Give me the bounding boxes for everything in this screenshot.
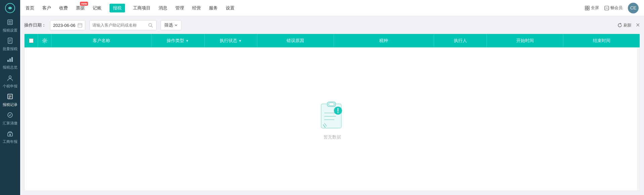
nav-management[interactable]: 管理 (175, 4, 184, 12)
svg-rect-27 (78, 24, 82, 27)
tax-records-icon (7, 93, 13, 102)
op-type-sort-icon: ▼ (185, 39, 189, 43)
sidebar-item-label: 个税申报 (3, 84, 17, 88)
nav-bookkeeping[interactable]: 记账 (93, 4, 101, 12)
th-exec-status[interactable]: 执行状态 ▼ (205, 34, 258, 47)
chevron-down-icon (174, 24, 178, 27)
fullscreen-icon (585, 6, 590, 10)
svg-rect-14 (8, 94, 12, 99)
svg-line-32 (151, 26, 153, 28)
th-checkbox[interactable] (25, 34, 38, 47)
th-gear[interactable] (38, 34, 51, 47)
gear-icon (42, 38, 47, 43)
user-avatar[interactable]: CE (628, 3, 639, 13)
empty-illustration: 暂无数据 (317, 98, 347, 140)
sidebar-item-label: 工商年报 (3, 140, 17, 144)
th-tax-type: 税种 (334, 34, 434, 47)
svg-rect-1 (8, 20, 12, 25)
svg-rect-4 (9, 23, 10, 24)
th-error-reason: 错误原因 (257, 34, 334, 47)
member-btn[interactable]: 畅会员 (604, 5, 622, 11)
th-op-type[interactable]: 操作类型 ▼ (152, 34, 205, 47)
sidebar-item-tax-settings[interactable]: 报税设置 (0, 16, 20, 35)
nav-settings[interactable]: 设置 (226, 4, 234, 12)
tax-overview-icon (7, 56, 13, 64)
svg-rect-23 (585, 8, 587, 10)
scrollbar-track[interactable] (637, 47, 640, 191)
date-picker[interactable]: 2023-06-06 (50, 20, 85, 30)
calendar-icon (78, 23, 82, 28)
fullscreen-btn[interactable]: 全屏 (585, 5, 599, 11)
svg-rect-36 (329, 103, 334, 106)
clipboard-illustration (317, 98, 347, 131)
th-end-time: 结束时间 (563, 34, 640, 47)
nav-home[interactable]: 首页 (26, 4, 34, 12)
settlement-icon (7, 112, 13, 120)
sidebar-item-individual-tax[interactable]: 个税申报 (0, 72, 20, 90)
nav-operations[interactable]: 经营 (192, 4, 201, 12)
select-all-checkbox[interactable] (29, 38, 34, 43)
individual-tax-icon (7, 75, 13, 83)
sidebar-item-label: 报税总览 (3, 65, 17, 70)
svg-point-13 (9, 76, 11, 78)
nav-messages[interactable]: 消息 (159, 4, 167, 12)
svg-rect-11 (9, 58, 11, 62)
nav-invoice[interactable]: 票据 new (76, 4, 85, 12)
search-input[interactable] (92, 23, 146, 28)
svg-point-33 (44, 40, 45, 42)
filter-button[interactable]: 筛选 (161, 20, 181, 30)
svg-rect-5 (10, 23, 11, 24)
exec-status-sort-icon: ▼ (239, 39, 242, 43)
sidebar-item-annual-report[interactable]: 工商年报 (0, 127, 20, 146)
nav-services[interactable]: 服务 (209, 4, 218, 12)
member-icon (604, 6, 609, 10)
refresh-button[interactable]: 刷新 (617, 23, 632, 28)
topnav-right: 全屏 畅会员 CE (585, 3, 639, 13)
nav-customers[interactable]: 客户 (42, 4, 51, 12)
sidebar-item-label: 汇算清缴 (3, 121, 17, 125)
sidebar: 报税设置 批量报税 报税总览 (0, 0, 20, 195)
svg-rect-20 (9, 134, 11, 135)
svg-rect-3 (10, 21, 11, 22)
sidebar-logo (0, 0, 20, 16)
svg-rect-22 (588, 6, 589, 8)
svg-rect-21 (585, 6, 587, 8)
nav-billing[interactable]: 收费 (59, 4, 68, 12)
new-badge: new (80, 2, 88, 6)
table-container: 客户名称 操作类型 ▼ 执行状态 ▼ 错误原因 税种 执行人 (24, 34, 640, 191)
sidebar-item-tax-overview[interactable]: 报税总览 (0, 53, 20, 72)
topnav: 首页 客户 收费 票据 new 记账 报税 工商项目 消息 管理 经营 服务 设… (20, 0, 644, 16)
tax-settings-icon (7, 19, 13, 27)
sidebar-item-settlement[interactable]: 汇算清缴 (0, 109, 20, 127)
svg-rect-10 (7, 60, 9, 62)
table-header: 客户名称 操作类型 ▼ 执行状态 ▼ 错误原因 税种 执行人 (25, 34, 640, 47)
batch-tax-icon (7, 37, 13, 46)
toolbar: 操作日期： 2023-06-06 筛选 (24, 20, 640, 30)
search-box[interactable] (89, 20, 157, 30)
th-client-name: 客户名称 (51, 34, 152, 47)
svg-rect-12 (11, 57, 13, 62)
nav-tax[interactable]: 报税 (110, 4, 125, 12)
date-label: 操作日期： (24, 22, 46, 28)
svg-rect-2 (9, 21, 10, 22)
sidebar-item-tax-records[interactable]: 报税记录 (0, 90, 20, 109)
svg-point-42 (337, 112, 338, 113)
annual-report-icon (7, 130, 13, 139)
nav-industry[interactable]: 工商项目 (133, 4, 151, 12)
close-button[interactable]: ✕ (636, 23, 640, 28)
sidebar-item-batch-tax[interactable]: 批量报税 (0, 35, 20, 53)
th-executor: 执行人 (434, 34, 487, 47)
sidebar-item-label: 报税设置 (3, 28, 17, 33)
svg-rect-24 (588, 8, 589, 10)
main-wrapper: 首页 客户 收费 票据 new 记账 报税 工商项目 消息 管理 经营 服务 设… (20, 0, 644, 195)
empty-state-text: 暂无数据 (324, 134, 341, 140)
search-icon (148, 23, 153, 28)
content-area: 操作日期： 2023-06-06 筛选 (20, 16, 644, 195)
sidebar-item-label: 批量报税 (3, 47, 17, 51)
table-body: 暂无数据 (25, 47, 640, 191)
th-start-time: 开始时间 (487, 34, 563, 47)
refresh-icon (617, 23, 622, 28)
sidebar-item-label: 报税记录 (3, 103, 17, 107)
